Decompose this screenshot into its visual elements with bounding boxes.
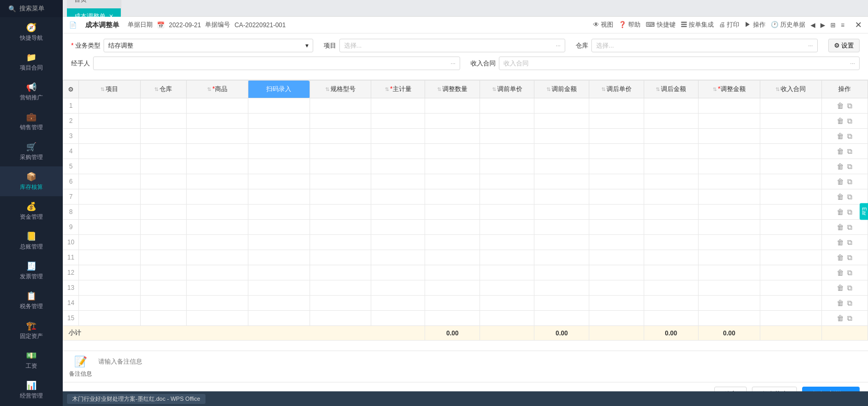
cell-15-9[interactable]: [589, 311, 644, 326]
cell-12-11[interactable]: [699, 265, 760, 280]
delete-icon-1[interactable]: 🗑: [837, 102, 844, 110]
cell-13-0[interactable]: [79, 280, 141, 296]
cell-13-10[interactable]: [644, 280, 699, 296]
copy-icon-2[interactable]: ⧉: [847, 117, 852, 126]
delete-icon-11[interactable]: 🗑: [837, 253, 844, 262]
delete-icon-7[interactable]: 🗑: [837, 193, 844, 201]
cell-1-4[interactable]: [310, 98, 371, 114]
cell-9-8[interactable]: [534, 220, 589, 235]
cell-5-0[interactable]: [79, 159, 141, 174]
cell-6-9[interactable]: [589, 174, 644, 189]
cell-13-6[interactable]: [425, 280, 480, 296]
cell-14-7[interactable]: [479, 296, 534, 311]
cell-12-10[interactable]: [644, 265, 699, 280]
cell-13-7[interactable]: [479, 280, 534, 296]
cell-12-3[interactable]: [248, 265, 310, 280]
cell-15-0[interactable]: [79, 311, 141, 326]
cell-11-2[interactable]: [187, 250, 248, 265]
grid-view-btn[interactable]: ⊞: [830, 21, 836, 29]
cell-3-9[interactable]: [589, 129, 644, 144]
cell-4-12[interactable]: [760, 144, 821, 159]
cell-2-6[interactable]: [425, 114, 480, 129]
cell-7-0[interactable]: [79, 189, 141, 205]
tab-home[interactable]: 首页: [67, 0, 121, 8]
col-setting-header[interactable]: ⚙: [63, 81, 79, 98]
cell-6-5[interactable]: [371, 174, 425, 189]
cell-12-9[interactable]: [589, 265, 644, 280]
cell-11-7[interactable]: [479, 250, 534, 265]
cell-5-9[interactable]: [589, 159, 644, 174]
cell-13-9[interactable]: [589, 280, 644, 296]
copy-icon-13[interactable]: ⧉: [847, 284, 852, 292]
delete-icon-10[interactable]: 🗑: [837, 238, 844, 246]
cell-12-2[interactable]: [187, 265, 248, 280]
cell-9-7[interactable]: [479, 220, 534, 235]
cell-10-12[interactable]: [760, 235, 821, 250]
cell-8-8[interactable]: [534, 205, 589, 220]
cell-2-7[interactable]: [479, 114, 534, 129]
sidebar-item-ledger-mgmt[interactable]: 📒总账管理: [0, 226, 63, 256]
cell-5-3[interactable]: [248, 159, 310, 174]
cell-12-5[interactable]: [371, 265, 425, 280]
delete-icon-3[interactable]: 🗑: [837, 132, 844, 140]
project-input[interactable]: 选择... ···: [339, 39, 566, 52]
cell-15-6[interactable]: [425, 311, 480, 326]
cell-7-12[interactable]: [760, 189, 821, 205]
cell-8-10[interactable]: [644, 205, 699, 220]
cell-1-3[interactable]: [248, 98, 310, 114]
cell-5-10[interactable]: [644, 159, 699, 174]
sidebar-item-sales-promotion[interactable]: 📢营销推广: [0, 77, 63, 107]
cell-4-0[interactable]: [79, 144, 141, 159]
cell-12-12[interactable]: [760, 265, 821, 280]
warehouse-input[interactable]: 选择... ···: [591, 39, 818, 52]
cell-4-8[interactable]: [534, 144, 589, 159]
cell-10-7[interactable]: [479, 235, 534, 250]
cell-2-3[interactable]: [248, 114, 310, 129]
cell-2-2[interactable]: [187, 114, 248, 129]
cell-5-8[interactable]: [534, 159, 589, 174]
sidebar-item-purchase-mgmt[interactable]: 🛒采购管理: [0, 137, 63, 166]
cell-4-3[interactable]: [248, 144, 310, 159]
cell-8-7[interactable]: [479, 205, 534, 220]
cell-11-11[interactable]: [699, 250, 760, 265]
sidebar-item-fixed-assets[interactable]: 🏗️固定资产: [0, 315, 63, 345]
cell-9-1[interactable]: [140, 220, 186, 235]
cell-1-10[interactable]: [644, 98, 699, 114]
cell-11-9[interactable]: [589, 250, 644, 265]
right-edge-tab[interactable]: Ear: [860, 203, 868, 220]
cell-15-12[interactable]: [760, 311, 821, 326]
copy-icon-11[interactable]: ⧉: [847, 253, 852, 262]
cell-8-12[interactable]: [760, 205, 821, 220]
cell-7-1[interactable]: [140, 189, 186, 205]
cell-9-5[interactable]: [371, 220, 425, 235]
delete-icon-8[interactable]: 🗑: [837, 208, 844, 216]
cell-3-2[interactable]: [187, 129, 248, 144]
cell-3-11[interactable]: [699, 129, 760, 144]
sidebar-item-tax-mgmt[interactable]: 📋税务管理: [0, 286, 63, 315]
sidebar-item-ops-mgmt[interactable]: 📊经营管理: [0, 375, 63, 405]
cell-15-1[interactable]: [140, 311, 186, 326]
cell-10-6[interactable]: [425, 235, 480, 250]
cell-8-3[interactable]: [248, 205, 310, 220]
cell-2-8[interactable]: [534, 114, 589, 129]
cell-9-12[interactable]: [760, 220, 821, 235]
cell-11-5[interactable]: [371, 250, 425, 265]
cell-10-5[interactable]: [371, 235, 425, 250]
cell-13-8[interactable]: [534, 280, 589, 296]
cell-3-7[interactable]: [479, 129, 534, 144]
cell-11-12[interactable]: [760, 250, 821, 265]
notes-input[interactable]: [98, 355, 862, 374]
cell-6-0[interactable]: [79, 174, 141, 189]
delete-icon-14[interactable]: 🗑: [837, 299, 844, 307]
cell-6-6[interactable]: [425, 174, 480, 189]
history-action[interactable]: 🕐 历史单据: [771, 20, 805, 29]
cell-14-1[interactable]: [140, 296, 186, 311]
cell-8-1[interactable]: [140, 205, 186, 220]
cell-10-2[interactable]: [187, 235, 248, 250]
copy-icon-6[interactable]: ⧉: [847, 177, 852, 186]
cell-3-6[interactable]: [425, 129, 480, 144]
cell-6-11[interactable]: [699, 174, 760, 189]
sidebar-item-payroll[interactable]: 💵工资: [0, 345, 63, 375]
nav-next-btn[interactable]: ▶: [820, 21, 825, 29]
cell-1-6[interactable]: [425, 98, 480, 114]
